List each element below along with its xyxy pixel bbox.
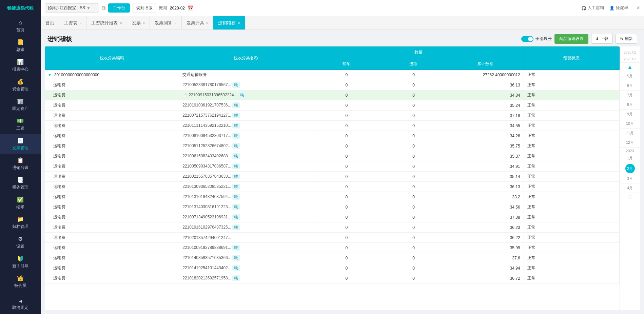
sidebar-item-home[interactable]: ⌂ 首页 bbox=[0, 16, 41, 36]
month-4[interactable]: 4月 bbox=[620, 183, 640, 193]
tab-invoice[interactable]: 发票 × bbox=[127, 16, 150, 30]
unpin-icon: ◀ bbox=[19, 299, 22, 303]
sidebar-item-funds[interactable]: 💰 资金管理 bbox=[0, 75, 41, 95]
sidebar-item-member[interactable]: 👑 畅会员 bbox=[0, 272, 41, 291]
heart-icon[interactable]: ♡ bbox=[626, 193, 634, 202]
month-9[interactable]: 9月 bbox=[620, 110, 640, 119]
table-row-purchase: 0 bbox=[380, 263, 447, 273]
tab-salary-stats[interactable]: 工资统计报表 × bbox=[86, 16, 127, 30]
table-row-sale: 0 bbox=[313, 182, 380, 192]
month-3[interactable]: 3月 bbox=[620, 174, 640, 183]
tab-salary-table-close[interactable]: × bbox=[79, 21, 81, 25]
unit-tag: 吨 bbox=[232, 174, 240, 179]
table-row-cumulative: 36.23 bbox=[447, 222, 524, 233]
sidebar-item-settle[interactable]: ✅ 结账 bbox=[0, 193, 41, 213]
table-row-cumulative: 35.75 bbox=[447, 141, 524, 151]
tab-home[interactable]: 首页 bbox=[41, 16, 59, 30]
table-row-name: 运输费 bbox=[45, 182, 179, 192]
tax-icon: 📑 bbox=[17, 177, 24, 183]
tab-invoice-open-close[interactable]: × bbox=[206, 21, 208, 25]
month-12[interactable]: 12月 bbox=[620, 138, 640, 148]
table-row-status: 正常 bbox=[524, 161, 619, 172]
tab-salary-stats-close[interactable]: × bbox=[120, 21, 122, 25]
calendar-icon[interactable]: 📅 bbox=[188, 5, 193, 11]
member-icon: 👑 bbox=[17, 275, 24, 281]
table-row-invoice: 22101408593571035366... 吨 bbox=[179, 253, 313, 263]
year-label-2023: 2023 bbox=[620, 148, 640, 154]
table-row-status: 正常 bbox=[524, 243, 619, 253]
tab-inout-check[interactable]: 进销稽核 × bbox=[213, 16, 245, 30]
user-menu[interactable]: 👤 徐淀华 bbox=[609, 5, 628, 11]
table-row-sale: 0 bbox=[313, 212, 380, 222]
close-button[interactable]: × bbox=[636, 4, 640, 12]
table-row-cumulative: 36.13 bbox=[447, 80, 524, 90]
month-5[interactable]: 5月 bbox=[620, 72, 640, 81]
sidebar-item-salary[interactable]: 💵 工资 bbox=[0, 114, 41, 134]
table-row-sale: 0 bbox=[313, 172, 380, 182]
copy-icon[interactable]: ⧉ bbox=[102, 5, 105, 11]
month-7[interactable]: 7月 bbox=[620, 91, 640, 100]
sidebar-item-inout[interactable]: 📋 进销台账 bbox=[0, 154, 41, 173]
period-2023-02-bottom: 2023.02 bbox=[620, 56, 640, 63]
table-row-purchase: 0 bbox=[380, 182, 447, 192]
refresh-button[interactable]: ↻ 刷新 bbox=[616, 34, 637, 44]
sidebar-item-archive[interactable]: 📁 归档管理 bbox=[0, 213, 41, 232]
table-row-purchase: 0 bbox=[380, 253, 447, 263]
main-area: (勿动) 江西报宝-LSS ▼ ⧉ 工作台 切到旧版 账期 2023-02 📅 … bbox=[41, 0, 644, 314]
month-1[interactable]: 1月 bbox=[620, 154, 640, 163]
main-table-wrapper: 税收分类编码 税收分类名称 数量 预警状态 销项 进项 累计数额 ▼ bbox=[45, 46, 620, 310]
switch-version-button[interactable]: 切到旧版 bbox=[133, 3, 156, 13]
support-btn[interactable]: 🎧 人工咨询 bbox=[581, 5, 604, 11]
tab-salary-table[interactable]: 工资表 × bbox=[59, 16, 86, 30]
toggle-track[interactable] bbox=[521, 36, 533, 42]
sidebar-item-assets[interactable]: 🏢 固定资产 bbox=[0, 95, 41, 114]
month-2-active[interactable]: 2月 bbox=[625, 164, 635, 173]
month-11[interactable]: 11月 bbox=[620, 129, 640, 138]
month-8[interactable]: 8月 bbox=[620, 100, 640, 110]
right-panel: 2023.02 2023.02 ▲ 5月 6月 7月 8月 9月 10月 11月… bbox=[620, 46, 640, 310]
table-row-sale: 0 bbox=[313, 202, 380, 212]
table-row-cumulative: 34.55 bbox=[447, 121, 524, 131]
sidebar-item-settings[interactable]: ⚙ 设置 bbox=[0, 232, 41, 252]
tab-inout-check-close[interactable]: × bbox=[238, 21, 240, 25]
expand-all-toggle[interactable]: 全部展开 bbox=[521, 36, 552, 42]
page-actions: 全部展开 商品编码设置 ⬇ 下载 ↻ 刷新 bbox=[521, 34, 637, 44]
table-row-cumulative: 37.18 bbox=[447, 111, 524, 121]
tabs-bar: 首页 工资表 × 工资统计报表 × 发票 × 发票测算 × 发票开具 × 进销稽… bbox=[41, 16, 644, 30]
tab-invoice-calc[interactable]: 发票测算 × bbox=[150, 16, 181, 30]
table-row-status: 正常 bbox=[524, 253, 619, 263]
month-6[interactable]: 6月 bbox=[620, 81, 640, 91]
period-value: 2023-02 bbox=[170, 6, 185, 11]
table-row-cumulative: 34.84 bbox=[447, 90, 524, 100]
sidebar-unpin[interactable]: ◀ 取消固定 bbox=[0, 295, 41, 314]
tab-invoice-close[interactable]: × bbox=[143, 21, 145, 25]
table-row-purchase: 0 bbox=[380, 212, 447, 222]
table-row-invoice: 22100509034317086587... 吨 bbox=[179, 161, 313, 172]
month-10[interactable]: 10月 bbox=[620, 119, 640, 129]
tab-invoice-open[interactable]: 发票开具 × bbox=[182, 16, 213, 30]
table-row-name: 运输费 bbox=[45, 243, 179, 253]
sidebar-item-reports[interactable]: 📊 报表中心 bbox=[0, 55, 41, 75]
download-button[interactable]: ⬇ 下载 bbox=[591, 34, 613, 44]
settings-button[interactable]: 商品编码设置 bbox=[554, 34, 588, 44]
table-row-invoice: 22101009192789838691... 吨 bbox=[179, 243, 313, 253]
scroll-up-arrow[interactable]: ▲ bbox=[626, 63, 634, 72]
company-selector[interactable]: (勿动) 江西报宝-LSS ▼ bbox=[45, 3, 99, 13]
sidebar-item-ledger[interactable]: 📒 总账 bbox=[0, 36, 41, 55]
table-row-sale: 0 bbox=[313, 131, 380, 141]
unit-tag: 吨 bbox=[232, 204, 240, 210]
expand-icon[interactable]: ▼ bbox=[48, 73, 52, 77]
th-sale: 销项 bbox=[313, 58, 380, 70]
table-row-purchase: 0 bbox=[380, 100, 447, 111]
sidebar-item-guide[interactable]: 🔰 新手引导 bbox=[0, 252, 41, 272]
inout-table: 税收分类编码 税收分类名称 数量 预警状态 销项 进项 累计数额 ▼ bbox=[45, 46, 620, 283]
table-row-status: 正常 bbox=[524, 100, 619, 111]
sidebar-item-invoice[interactable]: 🧾 发票管理 bbox=[0, 134, 41, 154]
table-row-sale: 0 bbox=[313, 222, 380, 233]
workbench-button[interactable]: 工作台 bbox=[108, 3, 130, 13]
sidebar-item-tax[interactable]: 📑 税务管理 bbox=[0, 173, 41, 193]
tab-invoice-calc-close[interactable]: × bbox=[174, 21, 176, 25]
table-row-invoice: 📄22100915031396592224... 吨 bbox=[179, 90, 313, 100]
unit-tag: 吨 bbox=[232, 163, 240, 169]
ledger-icon: 📒 bbox=[17, 39, 24, 45]
